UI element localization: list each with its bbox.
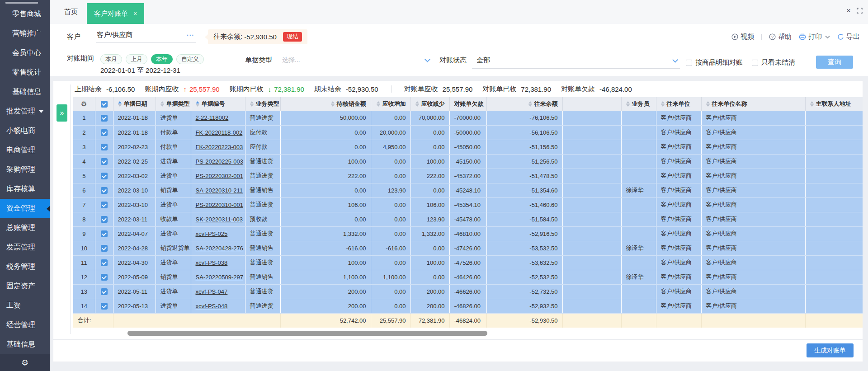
doc-no-link[interactable]: xcvf-PS-025: [196, 230, 228, 237]
doc-no-link[interactable]: SA-20220310-211: [196, 187, 243, 194]
doc-no-link[interactable]: SA-20220428-276: [196, 245, 244, 252]
select-all-checkbox[interactable]: [101, 101, 108, 108]
sort-icon[interactable]: [118, 101, 122, 107]
table-row[interactable]: 42022-02-25进货单PS-20220225-003普通进货100.000…: [73, 154, 863, 169]
checkbox-icon[interactable]: [686, 60, 692, 66]
column-header-doc_no[interactable]: 单据编号: [191, 97, 245, 111]
tab-customer-statement[interactable]: 客户对账单 ×: [87, 3, 144, 24]
column-header-owe[interactable]: 对账单欠款: [449, 97, 486, 111]
sidebar-item[interactable]: 发票管理: [0, 238, 50, 257]
column-header-pending[interactable]: 待核销金额: [280, 97, 371, 111]
table-row[interactable]: 82022-03-11收款单SK-20220311-003预收款0.000.00…: [73, 212, 863, 226]
customer-select[interactable]: 客户/供应商 ···: [96, 31, 196, 43]
row-checkbox[interactable]: [101, 173, 108, 179]
row-checkbox[interactable]: [101, 259, 108, 266]
sidebar-item[interactable]: 经营管理: [0, 315, 50, 335]
sidebar-item[interactable]: 固定资产: [0, 277, 50, 296]
more-options-icon[interactable]: ···: [187, 32, 194, 39]
sidebar-item[interactable]: 小畅电商: [0, 121, 50, 141]
fullscreen-icon[interactable]: [857, 8, 863, 14]
sidebar-item[interactable]: 基础信息: [0, 82, 50, 102]
table-row[interactable]: 102022-04-28销货退货单SA-20220428-276普通销售-616…: [73, 241, 863, 255]
row-checkbox[interactable]: [101, 144, 108, 150]
row-checkbox[interactable]: [101, 129, 108, 136]
chevron-down-icon[interactable]: [825, 35, 830, 39]
column-header-recv_dec[interactable]: 应收减少: [410, 97, 449, 111]
sidebar-item[interactable]: 总账管理: [0, 218, 50, 238]
date-range[interactable]: 2022-01-01 至 2022-12-31: [100, 66, 204, 75]
sort-icon[interactable]: [196, 101, 199, 107]
sidebar-item[interactable]: 采购管理: [0, 160, 50, 179]
row-checkbox[interactable]: [101, 274, 108, 281]
table-row[interactable]: 22022-01-18付款单FK-20220118-002应付款0.0020,0…: [73, 125, 863, 140]
row-checkbox[interactable]: [101, 158, 108, 165]
sort-icon[interactable]: [415, 101, 419, 107]
row-checkbox[interactable]: [101, 216, 108, 223]
column-header-unit_name[interactable]: 往来单位名称: [701, 97, 805, 111]
table-row[interactable]: 122022-05-09销货单SA-20220509-297普通销售1,100.…: [73, 270, 863, 284]
table-row[interactable]: 72022-03-10进货单PS-20220310-001普通进货106.000…: [73, 197, 863, 212]
doc-no-link[interactable]: PS-20220302-001: [196, 173, 244, 179]
scrollbar-thumb[interactable]: [127, 331, 487, 336]
sidebar-item[interactable]: 库存核算: [0, 179, 50, 199]
row-checkbox[interactable]: [101, 187, 108, 194]
table-row[interactable]: 52022-03-02进货单PS-20220302-001普通进货222.000…: [73, 169, 863, 183]
sort-icon[interactable]: [661, 101, 665, 107]
sort-icon[interactable]: [626, 101, 630, 107]
sidebar-item[interactable]: 营销推广: [0, 24, 50, 43]
sidebar-item[interactable]: 电商管理: [0, 141, 50, 160]
query-button[interactable]: 查询: [816, 56, 853, 69]
row-checkbox[interactable]: [101, 230, 108, 237]
generate-statement-button[interactable]: 生成对账单: [807, 343, 854, 357]
column-header-balance[interactable]: 往来余额: [486, 97, 562, 111]
doc-no-link[interactable]: 2-22-118002: [196, 114, 229, 121]
doc-no-link[interactable]: xcvf-PS-038: [196, 259, 228, 266]
print-button[interactable]: 打印: [799, 33, 830, 41]
checkbox-unsettled-only[interactable]: 只看未结清: [752, 58, 795, 67]
row-checkbox[interactable]: [101, 288, 108, 295]
period-pill[interactable]: 上月: [126, 54, 147, 64]
status-select[interactable]: 全部: [472, 56, 680, 69]
sort-icon[interactable]: [706, 101, 710, 107]
doc-no-link[interactable]: PS-20220310-001: [196, 202, 244, 208]
column-settings-icon[interactable]: ⚙: [81, 100, 87, 108]
doc-no-link[interactable]: SA-20220509-297: [196, 274, 244, 281]
sidebar-item[interactable]: 税务管理: [0, 257, 50, 277]
column-header-date[interactable]: 单据日期: [113, 97, 156, 111]
period-pill[interactable]: 自定义: [176, 54, 204, 64]
sidebar-item[interactable]: 零售商城: [0, 5, 50, 24]
doc-no-link[interactable]: xcvf-PS-047: [196, 288, 228, 295]
sort-icon[interactable]: [377, 101, 380, 107]
column-header-no[interactable]: ⚙: [73, 97, 95, 111]
row-checkbox[interactable]: [101, 202, 108, 208]
column-header-unit[interactable]: 往来单位: [656, 97, 701, 111]
table-row[interactable]: 62022-03-10销货单SA-20220310-211普通销售0.00123…: [73, 183, 863, 197]
row-checkbox[interactable]: [101, 115, 108, 122]
column-header-biz_type[interactable]: 业务类型: [245, 97, 280, 111]
settings-gear-icon[interactable]: ⚙: [21, 359, 28, 367]
table-row[interactable]: 32022-02-23付款单FK-20220223-003应付款0.004,95…: [73, 140, 863, 154]
column-header-recv_inc[interactable]: 应收增加: [371, 97, 410, 111]
sort-icon[interactable]: [160, 101, 164, 107]
sort-icon[interactable]: [528, 101, 532, 107]
sidebar-item[interactable]: 基础信息: [0, 335, 50, 354]
sort-icon[interactable]: [250, 101, 254, 107]
sidebar-item[interactable]: 批发管理: [0, 102, 50, 121]
sidebar-item[interactable]: 工资: [0, 296, 50, 315]
table-row[interactable]: 12022-01-18进货单2-22-118002普通进货50,000.000.…: [73, 111, 863, 125]
tab-home[interactable]: 首页: [55, 0, 87, 24]
horizontal-scrollbar[interactable]: [73, 331, 863, 336]
table-row[interactable]: 142022-05-13进货单xcvf-PS-048普通进货200.000.00…: [73, 299, 863, 313]
table-row[interactable]: 112022-04-30进货单xcvf-PS-038普通进货100.000.00…: [73, 255, 863, 270]
checkbox-by-product-detail[interactable]: 按商品明细对账: [686, 58, 743, 67]
doc-no-link[interactable]: FK-20220118-002: [196, 129, 243, 136]
doc-no-link[interactable]: PS-20220225-003: [196, 158, 244, 165]
video-button[interactable]: 视频: [731, 33, 754, 41]
export-button[interactable]: 导出: [837, 33, 860, 41]
doc-type-select[interactable]: 选择...: [278, 56, 432, 68]
table-row[interactable]: 92022-04-07进货单xcvf-PS-025普通进货1,332.000.0…: [73, 226, 863, 241]
doc-no-link[interactable]: SK-20220311-003: [196, 216, 243, 223]
expand-panel-button[interactable]: »: [57, 104, 67, 122]
column-header-salesman[interactable]: 业务员: [621, 97, 656, 111]
column-header-doc_type[interactable]: 单据类型: [156, 97, 191, 111]
